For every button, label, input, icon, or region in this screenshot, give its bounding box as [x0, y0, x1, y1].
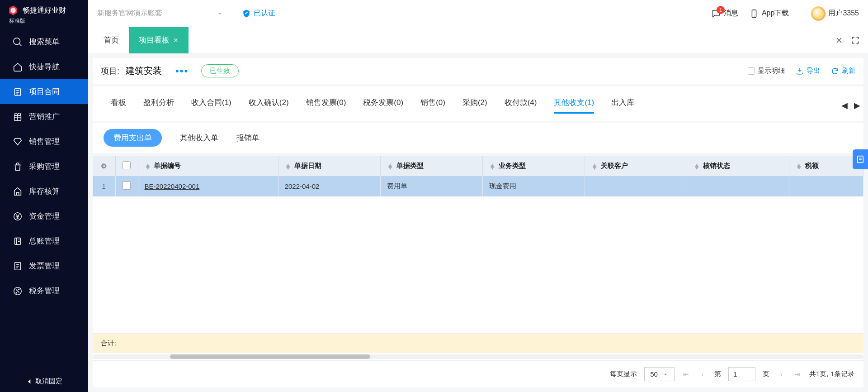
section-tab-8[interactable]: 收付款(4) [505, 97, 537, 114]
brand-edition: 标准版 [0, 17, 88, 29]
sidebar-item-label: 项目合同 [29, 86, 60, 97]
invoice-icon [13, 261, 23, 271]
pagination: 每页显示 50 ⇤ ‹ 第 1 页 › ⇥ 共1页, 1条记录 [93, 360, 863, 387]
toggle-detail[interactable]: 显示明细 [748, 67, 785, 75]
section-tab-1[interactable]: 盈利分析 [143, 97, 174, 114]
topbar: 新服务官网演示账套 已认证 1 消息 App下载 用户3355 [88, 0, 868, 27]
col-checkbox[interactable] [115, 156, 138, 176]
phone-icon [749, 9, 759, 19]
messages-button[interactable]: 1 消息 [711, 9, 738, 19]
section-tab-9[interactable]: 其他收支(1) [554, 97, 594, 114]
section-tabs-panel: 看板盈利分析收入合同(1)收入确认(2)销售发票(0)税务发票(0)销售(0)采… [93, 86, 863, 121]
refresh-label: 刷新 [842, 67, 855, 75]
section-tab-6[interactable]: 销售(0) [420, 97, 445, 114]
page-prefix: 第 [714, 370, 721, 378]
col-0[interactable]: ▲▼单据编号 [138, 156, 278, 176]
cell-writeoff [687, 176, 789, 196]
sort-icon: ▲▼ [796, 164, 802, 168]
sidebar-item-label: 采购管理 [29, 161, 60, 172]
table-row[interactable]: 1BE-20220402-0012022-04-02费用单现金费用 [93, 176, 863, 196]
unpin-icon [26, 378, 33, 385]
tab-project-board[interactable]: 项目看板 ✕ [129, 27, 189, 53]
first-page[interactable]: ⇤ [682, 370, 691, 379]
section-tab-10[interactable]: 出入库 [611, 97, 634, 114]
section-tab-0[interactable]: 看板 [111, 97, 126, 114]
verified-label: 已认证 [254, 9, 275, 18]
col-3[interactable]: ▲▼业务类型 [482, 156, 585, 176]
ledger-icon [13, 236, 23, 246]
sidebar-item-7[interactable]: 资金管理 [0, 204, 88, 229]
topbar-right: 1 消息 App下载 用户3355 [711, 6, 859, 21]
subtab-0[interactable]: 费用支出单 [104, 129, 162, 147]
sidebar-unpin-label: 取消固定 [35, 377, 62, 386]
sidebar-item-1[interactable]: 快捷导航 [0, 54, 88, 79]
sidebar-item-label: 税务管理 [29, 286, 60, 296]
doc-link[interactable]: BE-20220402-001 [145, 182, 200, 190]
col-2[interactable]: ▲▼单据类型 [380, 156, 482, 176]
subtab-1[interactable]: 其他收入单 [180, 133, 218, 143]
float-action-button[interactable] [853, 149, 868, 169]
sidebar-item-2[interactable]: 项目合同 [0, 79, 88, 104]
page-input[interactable]: 1 [728, 367, 755, 381]
subtab-2[interactable]: 报销单 [236, 133, 259, 143]
sidebar-item-9[interactable]: 发票管理 [0, 253, 88, 278]
project-status: 已生效 [201, 64, 239, 77]
sidebar-item-6[interactable]: 库存核算 [0, 179, 88, 204]
svg-rect-3 [15, 238, 21, 244]
section-tab-7[interactable]: 采购(2) [462, 97, 487, 114]
section-tab-2[interactable]: 收入合同(1) [191, 97, 231, 114]
sidebar-item-8[interactable]: 总账管理 [0, 229, 88, 253]
user-menu[interactable]: 用户3355 [811, 6, 859, 21]
diamond-icon [13, 137, 23, 147]
checkbox-icon [123, 161, 131, 169]
project-label: 项目: [101, 66, 119, 76]
sum-label: 合计: [101, 339, 116, 347]
fullscreen-button[interactable] [850, 35, 861, 46]
sidebar-item-4[interactable]: 销售管理 [0, 129, 88, 154]
project-header: 项目: 建筑安装 ••• 已生效 显示明细 导出 刷新 [101, 64, 855, 77]
section-tab-5[interactable]: 税务发票(0) [363, 97, 403, 114]
export-icon [796, 67, 804, 75]
row-checkbox[interactable] [115, 176, 138, 196]
app-download-button[interactable]: App下载 [749, 9, 789, 19]
prev-page[interactable]: ‹ [698, 370, 707, 379]
project-actions: 显示明细 导出 刷新 [748, 67, 855, 75]
per-page-select[interactable]: 50 [644, 367, 675, 381]
next-page[interactable]: › [777, 370, 786, 379]
x-icon [835, 36, 844, 45]
tabs-prev[interactable]: ◀ [838, 99, 851, 112]
account-selector[interactable]: 新服务官网演示账套 [97, 9, 224, 18]
col-gear[interactable]: ⚙ [93, 156, 115, 176]
sidebar-item-3[interactable]: 营销推广 [0, 104, 88, 129]
last-page[interactable]: ⇥ [793, 370, 802, 379]
cell-biz-type: 现金费用 [482, 176, 585, 196]
sidebar-item-5[interactable]: 采购管理 [0, 154, 88, 179]
col-4[interactable]: ▲▼关联客户 [585, 156, 687, 176]
tabs-next[interactable]: ▶ [851, 99, 863, 112]
horizontal-scrollbar[interactable] [93, 353, 863, 360]
sidebar-unpin[interactable]: 取消固定 [0, 371, 88, 392]
verified-badge: 已认证 [242, 9, 275, 18]
sidebar-item-0[interactable]: 搜索菜单 [0, 29, 88, 54]
tax-icon [13, 286, 23, 296]
sidebar-item-label: 发票管理 [29, 261, 60, 271]
export-button[interactable]: 导出 [796, 67, 820, 75]
tab-home[interactable]: 首页 [94, 27, 129, 53]
section-tab-4[interactable]: 销售发票(0) [306, 97, 346, 114]
section-tab-3[interactable]: 收入确认(2) [249, 97, 289, 114]
table-scroll[interactable]: ⚙ ▲▼单据编号▲▼单据日期▲▼单据类型▲▼业务类型▲▼关联客户▲▼核销状态▲▼… [93, 156, 863, 333]
refresh-button[interactable]: 刷新 [831, 67, 855, 75]
tabrow-actions [834, 35, 868, 46]
sort-icon: ▲▼ [591, 164, 598, 168]
col-5[interactable]: ▲▼核销状态 [687, 156, 789, 176]
close-icon[interactable]: ✕ [173, 37, 179, 44]
sidebar-item-10[interactable]: 税务管理 [0, 278, 88, 303]
close-all-button[interactable] [834, 35, 844, 46]
toggle-detail-label: 显示明细 [758, 67, 785, 75]
col-6[interactable]: ▲▼税额 [789, 156, 863, 176]
more-actions[interactable]: ••• [175, 65, 189, 77]
data-table: ⚙ ▲▼单据编号▲▼单据日期▲▼单据类型▲▼业务类型▲▼关联客户▲▼核销状态▲▼… [93, 156, 863, 196]
col-1[interactable]: ▲▼单据日期 [278, 156, 380, 176]
sidebar-item-label: 快捷导航 [29, 62, 60, 72]
cell-tax [789, 176, 863, 196]
